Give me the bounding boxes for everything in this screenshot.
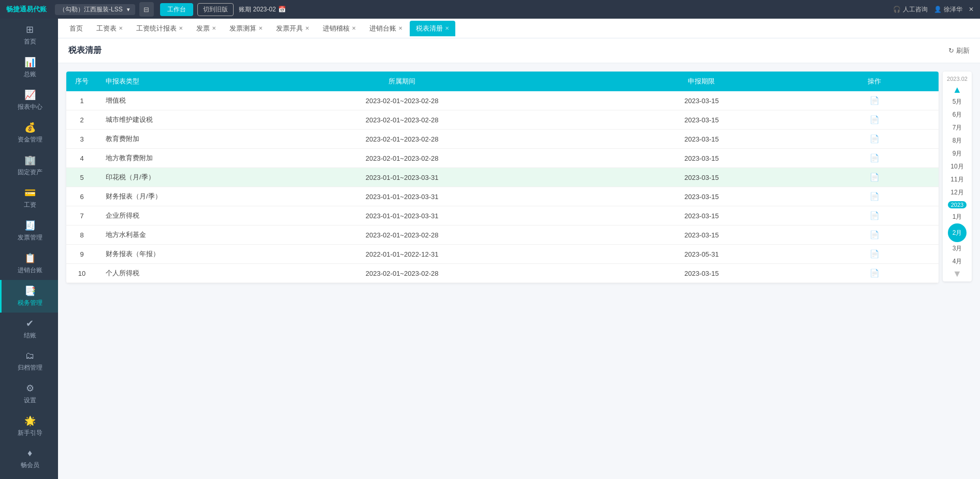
sidebar-item-ledger[interactable]: 📊 总账 (0, 51, 58, 84)
action-doc-icon[interactable]: 📄 (870, 211, 880, 220)
sidebar-item-tax[interactable]: 📑 税务管理 (0, 280, 58, 313)
cell-action[interactable]: 📄 (811, 226, 939, 245)
tab-label: 发票测算 (229, 24, 256, 33)
cell-action[interactable]: 📄 (811, 206, 939, 226)
tab-close-icon[interactable]: ✕ (352, 25, 356, 31)
cell-action[interactable]: 📄 (811, 110, 939, 130)
refresh-button[interactable]: ↻ 刷新 (948, 46, 970, 55)
cell-period: 2023-01-01~2023-03-31 (211, 206, 593, 226)
action-doc-icon[interactable]: 📄 (870, 249, 880, 258)
company-icon-btn[interactable]: ⊟ (139, 2, 154, 17)
tab-tax-clear[interactable]: 税表清册 ✕ (410, 21, 455, 36)
cell-no: 9 (66, 245, 97, 264)
action-doc-icon[interactable]: 📄 (870, 96, 880, 105)
cal-month-8[interactable]: 8月 (943, 134, 972, 147)
workbench-button[interactable]: 工作台 (160, 3, 193, 16)
cell-action[interactable]: 📄 (811, 91, 939, 110)
action-doc-icon[interactable]: 📄 (870, 192, 880, 201)
table-row: 10 个人所得税 2023-02-01~2023-02-28 2023-03-1… (66, 264, 939, 283)
tab-invoice-calc[interactable]: 发票测算 ✕ (223, 21, 269, 36)
tab-in-audit[interactable]: 进销稽核 ✕ (316, 21, 362, 36)
ai-consult-btn[interactable]: 🎧 人工咨询 (893, 5, 928, 14)
sidebar-item-report[interactable]: 📈 报表中心 (0, 84, 58, 117)
period-display: 账期 2023-02 📅 (239, 5, 286, 14)
tab-close-icon[interactable]: ✕ (445, 25, 449, 31)
cell-period: 2023-02-01~2023-02-28 (211, 110, 593, 130)
tab-wage[interactable]: 工资表 ✕ (90, 21, 129, 36)
sidebar-item-reconcile[interactable]: 📋 进销台账 (0, 247, 58, 280)
action-doc-icon[interactable]: 📄 (870, 134, 880, 143)
sidebar-item-settings[interactable]: ⚙ 设置 (0, 377, 58, 410)
cal-month-11[interactable]: 11月 (943, 173, 972, 186)
calendar-icon[interactable]: 📅 (278, 6, 286, 13)
sidebar-item-invoice[interactable]: 🧾 发票管理 (0, 215, 58, 247)
cal-month-12[interactable]: 12月 (943, 186, 972, 199)
cal-month-9[interactable]: 9月 (943, 147, 972, 160)
tab-label: 工资统计报表 (136, 24, 177, 33)
cell-deadline: 2023-03-15 (593, 149, 810, 168)
cell-no: 10 (66, 264, 97, 283)
ai-consult-label: 人工咨询 (903, 5, 928, 14)
vip-icon: ♦ (27, 448, 32, 459)
tab-close-icon[interactable]: ✕ (305, 25, 309, 31)
action-doc-icon[interactable]: 📄 (870, 269, 880, 277)
sidebar-item-label: 设置 (24, 396, 36, 405)
data-table-wrap: 序号 申报表类型 所属期间 申报期限 操作 1 增值税 2023-02-01~2… (66, 72, 939, 471)
wage-icon: 💳 (24, 187, 36, 199)
top-right-actions: 🎧 人工咨询 👤 徐泽华 ✕ (893, 5, 974, 14)
sidebar-item-wage[interactable]: 💳 工资 (0, 182, 58, 215)
cal-month-7[interactable]: 7月 (943, 121, 972, 134)
tab-close-icon[interactable]: ✕ (179, 25, 183, 31)
action-doc-icon[interactable]: 📄 (870, 230, 880, 239)
action-doc-icon[interactable]: 📄 (870, 173, 880, 181)
user-avatar-icon: 👤 (934, 6, 942, 13)
window-close-icon[interactable]: ✕ (969, 6, 974, 13)
sidebar-item-home[interactable]: ⊞ 首页 (0, 19, 58, 51)
cell-action[interactable]: 📄 (811, 168, 939, 187)
cal-month-4[interactable]: 4月 (943, 255, 972, 268)
cell-action[interactable]: 📄 (811, 264, 939, 283)
cal-month-1[interactable]: 1月 (943, 210, 972, 223)
tab-close-icon[interactable]: ✕ (258, 25, 263, 31)
fund-icon: 💰 (24, 122, 36, 133)
tab-in-ledger[interactable]: 进销台账 ✕ (363, 21, 409, 36)
tab-invoice[interactable]: 发票 ✕ (190, 21, 222, 36)
guide-icon: 🌟 (24, 415, 36, 427)
cal-month-6[interactable]: 6月 (943, 108, 972, 121)
unpin-button[interactable]: 📌 取消固定 (0, 475, 58, 479)
action-doc-icon[interactable]: 📄 (870, 153, 880, 162)
calendar-down-icon[interactable]: ▼ (953, 269, 962, 278)
sidebar-item-label: 结账 (24, 331, 36, 340)
tab-close-icon[interactable]: ✕ (119, 25, 123, 31)
cell-action[interactable]: 📄 (811, 130, 939, 149)
calendar-up-icon[interactable]: ▲ (953, 85, 962, 94)
tab-close-icon[interactable]: ✕ (212, 25, 216, 31)
sidebar-item-archive[interactable]: 🗂 归档管理 (0, 345, 58, 377)
tab-invoice-open[interactable]: 发票开具 ✕ (270, 21, 315, 36)
sidebar-item-close[interactable]: ✔ 结账 (0, 313, 58, 345)
cal-month-3[interactable]: 3月 (943, 242, 972, 255)
year-2023-badge[interactable]: 2023 (948, 201, 967, 208)
cal-month-2-active[interactable]: 2月 (948, 223, 967, 242)
switch-old-button[interactable]: 切到旧版 (197, 3, 234, 16)
cell-action[interactable]: 📄 (811, 245, 939, 264)
cal-month-5[interactable]: 5月 (943, 95, 972, 108)
sidebar-item-label: 工资 (24, 201, 36, 209)
company-selector[interactable]: （勾勒）江西服装-LSS ▼ (55, 4, 135, 15)
tab-close-icon[interactable]: ✕ (398, 25, 402, 31)
sidebar-item-asset[interactable]: 🏢 固定资产 (0, 149, 58, 182)
cell-type: 地方教育费附加 (97, 149, 211, 168)
user-profile[interactable]: 👤 徐泽华 (934, 5, 962, 14)
cell-action[interactable]: 📄 (811, 149, 939, 168)
cal-month-10[interactable]: 10月 (943, 160, 972, 173)
sidebar-item-fund[interactable]: 💰 资金管理 (0, 117, 58, 149)
sidebar-item-vip[interactable]: ♦ 畅会员 (0, 443, 58, 475)
sidebar-item-guide[interactable]: 🌟 新手引导 (0, 410, 58, 443)
cell-action[interactable]: 📄 (811, 187, 939, 206)
tab-wage-stat[interactable]: 工资统计报表 ✕ (130, 21, 189, 36)
tab-label: 工资表 (96, 24, 117, 33)
tab-home[interactable]: 首页 (63, 21, 89, 36)
table-row: 2 城市维护建设税 2023-02-01~2023-02-28 2023-03-… (66, 110, 939, 130)
cell-type: 企业所得税 (97, 206, 211, 226)
action-doc-icon[interactable]: 📄 (870, 115, 880, 124)
